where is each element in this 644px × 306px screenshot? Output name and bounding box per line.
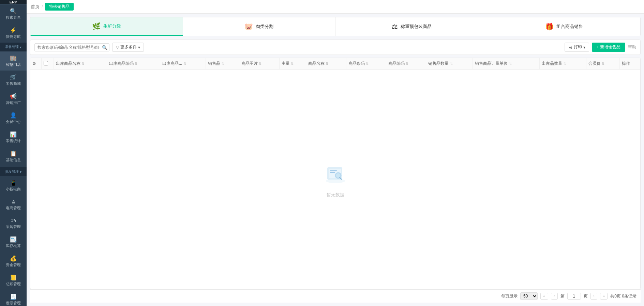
sidebar-item-general-ledger[interactable]: 📒 总账管理 <box>0 271 27 290</box>
th-barcode[interactable]: 商品条码 ⇅ <box>346 58 386 70</box>
pagination-prev-button[interactable]: ‹ <box>551 293 558 300</box>
sidebar-item-retail-mall[interactable]: 🛒 零售商城 <box>0 71 27 90</box>
th-weight[interactable]: 主量 ⇅ <box>279 58 306 70</box>
th-sales-product-label: 销售品 <box>208 61 220 66</box>
pagination-next-button[interactable]: › <box>590 293 597 300</box>
sidebar-item-retail-stats[interactable]: 📊 零售统计 <box>0 128 27 147</box>
th-out-code[interactable]: 出库商品编码 ⇅ <box>107 58 160 70</box>
th-product-code[interactable]: 商品编码 ⇅ <box>386 58 426 70</box>
svg-rect-5 <box>330 170 337 171</box>
toolbar-left: 🔍 ▽ 更多条件 ▾ <box>34 43 144 52</box>
sidebar-item-label: 发票管理 <box>6 301 21 306</box>
per-page-label: 每页显示 <box>501 293 518 299</box>
page-suffix: 页 <box>584 293 588 299</box>
th-sales-product[interactable]: 销售品 ⇅ <box>206 58 239 70</box>
empty-icon <box>322 160 349 188</box>
weight-prepack-icon: ⚖ <box>392 22 398 31</box>
sort-icon: ⇅ <box>563 62 566 65</box>
sidebar-item-purchase-mgmt[interactable]: 🛍 采购管理 <box>0 214 27 233</box>
th-out-spec[interactable]: 出库商品... ⇅ <box>160 58 206 70</box>
search-icon[interactable]: 🔍 <box>102 45 107 50</box>
chevron-down-icon2: ▾ <box>20 170 21 174</box>
sidebar-item-finance-mgmt[interactable]: 💰 资金管理 <box>0 252 27 271</box>
fresh-grade-icon: 🌿 <box>92 22 101 30</box>
sidebar-item-label: 搜索菜单 <box>6 15 21 20</box>
setting-icon: ⚙ <box>32 61 36 66</box>
sort-icon: ⇅ <box>183 62 186 65</box>
th-product-code-label: 商品编码 <box>388 61 405 66</box>
pagination-last-button[interactable]: » <box>600 293 608 300</box>
svg-rect-6 <box>330 172 335 173</box>
sidebar-item-label: 零售统计 <box>6 138 21 143</box>
purchase-mgmt-icon: 🛍 <box>11 217 16 224</box>
tab-fresh-grade-label: 生鲜分级 <box>103 23 121 29</box>
print-button[interactable]: 🖨 打印 ▾ <box>565 43 589 52</box>
breadcrumb-home[interactable]: 首页 <box>31 4 40 10</box>
sidebar-item-label: 快捷导航 <box>6 34 21 39</box>
pagination-first-button[interactable]: « <box>540 293 548 300</box>
empty-state: 暂无数据 <box>30 70 640 289</box>
filter-icon: ▽ <box>116 45 119 50</box>
new-product-button[interactable]: + 新增销售品 <box>592 43 625 52</box>
th-out-spec-label: 出库商品... <box>162 61 182 66</box>
sidebar-section-wholesale[interactable]: 批发管理 ▾ <box>0 167 27 176</box>
th-barcode-label: 商品条码 <box>348 61 365 66</box>
toolbar-right: 🖨 打印 ▾ + 新增销售品 帮助 <box>565 43 636 52</box>
page-label: 第 <box>560 293 565 299</box>
sort-icon: ⇅ <box>366 62 369 65</box>
sidebar-item-basic-info[interactable]: 📋 基础信息 <box>0 147 27 166</box>
sidebar-item-label: 基础信息 <box>6 157 21 163</box>
sidebar-item-ecommerce-mgmt[interactable]: 🖥 电商管理 <box>0 195 27 214</box>
print-chevron-icon: ▾ <box>583 45 585 50</box>
help-button[interactable]: 帮助 <box>628 44 636 50</box>
sidebar-item-search-menu[interactable]: 🔍 搜索菜单 <box>0 4 27 24</box>
th-product-image[interactable]: 商品图片 ⇅ <box>239 58 279 70</box>
chevron-down-icon: ▾ <box>20 45 21 49</box>
tab-combo-sales[interactable]: 🎁 组合商品销售 <box>488 17 641 36</box>
content-area: 🌿 生鲜分级 🐷 肉类分割 ⚖ 称重预包装商品 🎁 组合商品销售 🔍 <box>27 14 644 306</box>
tab-meat-cut[interactable]: 🐷 肉类分割 <box>183 17 336 36</box>
th-sales-unit-label: 销售商品计量单位 <box>475 61 508 66</box>
filter-button[interactable]: ▽ 更多条件 ▾ <box>112 43 144 52</box>
sidebar-item-quick-nav[interactable]: ⚡ 快捷导航 <box>0 24 27 43</box>
th-product-name[interactable]: 商品名称 ⇅ <box>306 58 346 70</box>
pagination-total: 共0页 0条记录 <box>610 293 636 299</box>
sort-icon: ⇅ <box>509 62 512 65</box>
th-out-name[interactable]: 出库商品名称 ⇅ <box>54 58 107 70</box>
tab-fresh-grade[interactable]: 🌿 生鲜分级 <box>30 17 183 36</box>
sidebar-item-membership[interactable]: 👤 会员中心 <box>0 109 27 128</box>
sort-icon: ⇅ <box>81 62 84 65</box>
sidebar-item-sales-promo[interactable]: 📢 营销推广 <box>0 90 27 109</box>
toolbar: 🔍 ▽ 更多条件 ▾ 🖨 打印 ▾ + 新增销售品 帮助 <box>30 40 641 55</box>
th-member-price[interactable]: 会员价 ⇅ <box>586 58 619 70</box>
app-logo: ERP <box>0 0 27 4</box>
general-ledger-icon: 📒 <box>10 274 17 281</box>
membership-icon: 👤 <box>10 112 17 119</box>
th-checkbox[interactable] <box>41 58 54 70</box>
table-header: ⚙ 出库商品名称 ⇅ 出库商品编码 ⇅ <box>30 58 640 70</box>
select-all-checkbox[interactable] <box>44 61 48 65</box>
sidebar-item-invoice-mgmt[interactable]: 🧾 发票管理 <box>0 290 27 306</box>
sidebar-item-smart-store[interactable]: 🏬 智慧门店 <box>0 51 27 71</box>
th-weight-label: 主量 <box>282 61 290 66</box>
ecommerce-mgmt-icon: 🖥 <box>11 199 16 205</box>
page-input[interactable] <box>567 293 581 300</box>
th-setting[interactable]: ⚙ <box>30 58 41 70</box>
tab-meat-cut-label: 肉类分割 <box>256 24 273 30</box>
sidebar-item-label: 零售商城 <box>6 81 21 86</box>
th-out-qty[interactable]: 出库品数量 ⇅ <box>539 58 586 70</box>
th-sales-qty[interactable]: 销售品数量 ⇅ <box>426 58 473 70</box>
th-sales-unit[interactable]: 销售商品计量单位 ⇅ <box>473 58 539 70</box>
search-input[interactable] <box>34 43 109 51</box>
sort-icon: ⇅ <box>291 62 294 65</box>
tab-weight-prepack[interactable]: ⚖ 称重预包装商品 <box>335 17 488 36</box>
sidebar-item-mini-shop[interactable]: 📱 小畅电商 <box>0 176 27 195</box>
sidebar-section-retail[interactable]: 零售管理 ▾ <box>0 43 27 51</box>
quick-nav-icon: ⚡ <box>10 27 17 33</box>
th-product-name-label: 商品名称 <box>308 61 325 66</box>
per-page-select[interactable]: 50 10 20 100 <box>520 292 538 300</box>
filter-label: 更多条件 <box>120 44 137 50</box>
sort-icon: ⇅ <box>259 62 261 65</box>
sidebar-item-inventory[interactable]: 📉 库存核算 <box>0 233 27 252</box>
finance-mgmt-icon: 💰 <box>10 255 17 262</box>
